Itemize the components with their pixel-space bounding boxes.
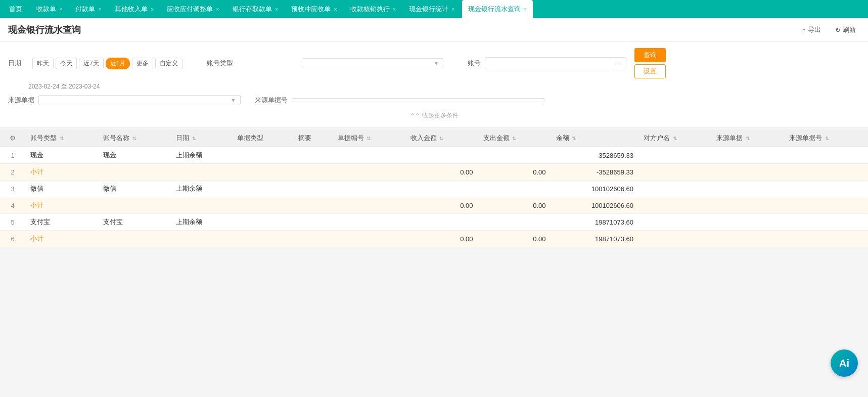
sort-balance-icon: ⇅	[572, 136, 576, 141]
col-summary[interactable]: 摘要	[293, 129, 332, 147]
close-tab-3[interactable]: ×	[216, 6, 219, 12]
table-cell	[232, 181, 293, 197]
export-button[interactable]: ↑ 导出	[799, 23, 826, 36]
table-cell: 微信	[25, 181, 98, 197]
close-tab-8[interactable]: ×	[524, 6, 527, 12]
nav-tab-6[interactable]: 收款核销执行 ×	[344, 0, 402, 18]
close-tab-1[interactable]: ×	[98, 6, 101, 12]
export-icon: ↑	[803, 26, 806, 34]
close-tab-0[interactable]: ×	[59, 6, 62, 12]
close-tab-2[interactable]: ×	[151, 6, 154, 12]
nav-tab-7[interactable]: 现金银行统计 ×	[403, 0, 461, 18]
date-btn-1month[interactable]: 近1月	[106, 58, 130, 69]
table-cell	[638, 147, 711, 164]
data-table: ⚙ 账号类型 ⇅ 账号名称 ⇅ 日期 ⇅ 单据类型 摘要	[0, 129, 868, 247]
close-tab-5[interactable]: ×	[334, 6, 337, 12]
close-tab-4[interactable]: ×	[275, 6, 278, 12]
account-type-label: 账号类型	[207, 59, 233, 67]
table-cell: 19871073.60	[551, 214, 638, 231]
date-btn-custom[interactable]: 自定义	[155, 58, 182, 69]
table-cell: 现金	[25, 147, 98, 164]
col-source-doc-num[interactable]: 来源单据号 ⇅	[784, 129, 868, 147]
col-balance[interactable]: 余额 ⇅	[551, 129, 638, 147]
nav-tab-4[interactable]: 银行存取款单 ×	[226, 0, 284, 18]
table-row: 3微信微信上期余额100102606.60	[0, 181, 868, 197]
col-settings[interactable]: ⚙	[0, 129, 25, 147]
table-cell: 支付宝	[98, 214, 171, 231]
date-btn-today[interactable]: 今天	[56, 58, 77, 69]
close-tab-7[interactable]: ×	[451, 6, 454, 12]
settings-gear-icon[interactable]: ⚙	[10, 134, 16, 142]
table-cell: 上期余额	[171, 147, 232, 164]
col-account-type[interactable]: 账号类型 ⇅	[25, 129, 98, 147]
table-cell	[405, 181, 478, 197]
sort-counterpart-icon: ⇅	[673, 136, 677, 141]
source-doc-num-label: 来源单据号	[255, 96, 288, 104]
nav-tab-3[interactable]: 应收应付调整单 ×	[161, 0, 225, 18]
table-cell	[98, 197, 171, 214]
table-cell: 0.00	[405, 164, 478, 181]
table-cell	[333, 214, 405, 231]
page-title: 现金银行流水查询	[8, 24, 81, 36]
filter-row-1: 日期 昨天 今天 近7天 近1月 更多 自定义 账号类型 ▼ 账号	[8, 48, 860, 78]
table-cell: 100102606.60	[551, 197, 638, 214]
account-ellipsis-icon[interactable]: ···	[612, 59, 622, 67]
sort-source-doc-num-icon: ⇅	[825, 136, 829, 141]
source-doc-label: 来源单据	[8, 96, 34, 105]
date-btn-more[interactable]: 更多	[132, 58, 153, 69]
source-doc-chevron-icon: ▼	[231, 97, 236, 103]
date-btn-7days[interactable]: 近7天	[79, 58, 104, 69]
source-doc-num-input[interactable]	[292, 98, 544, 102]
table-cell: 上期余额	[171, 214, 232, 231]
account-type-chevron-icon: ▼	[433, 60, 439, 66]
col-income[interactable]: 收入金额 ⇅	[405, 129, 478, 147]
settings-button[interactable]: 设置	[634, 64, 666, 78]
table-cell: 支付宝	[25, 214, 98, 231]
table-cell	[638, 197, 711, 214]
account-input[interactable]: ···	[485, 57, 626, 69]
table-cell	[711, 147, 784, 164]
date-buttons: 昨天 今天 近7天 近1月 更多 自定义	[32, 58, 182, 69]
refresh-button[interactable]: ↻ 刷新	[831, 23, 860, 36]
nav-tab-0[interactable]: 收款单 ×	[30, 0, 68, 18]
table-cell	[98, 231, 171, 247]
table-cell	[293, 214, 332, 231]
table-cell	[333, 147, 405, 164]
col-account-name[interactable]: 账号名称 ⇅	[98, 129, 171, 147]
table-cell	[293, 164, 332, 181]
table-cell	[638, 164, 711, 181]
table-area: ⚙ 账号类型 ⇅ 账号名称 ⇅ 日期 ⇅ 单据类型 摘要	[0, 129, 868, 247]
table-cell: -3528659.33	[551, 164, 638, 181]
nav-tab-5[interactable]: 预收冲应收单 ×	[285, 0, 343, 18]
table-cell	[333, 164, 405, 181]
nav-tab-1[interactable]: 付款单 ×	[69, 0, 107, 18]
table-cell	[98, 164, 171, 181]
table-cell: 现金	[98, 147, 171, 164]
col-doc-type[interactable]: 单据类型	[232, 129, 293, 147]
table-cell	[232, 164, 293, 181]
table-cell: 6	[0, 231, 25, 247]
query-button[interactable]: 查询	[634, 48, 666, 62]
col-doc-number[interactable]: 单据编号 ⇅	[333, 129, 405, 147]
date-btn-yesterday[interactable]: 昨天	[32, 58, 54, 69]
table-cell: 1	[0, 147, 25, 164]
table-cell	[171, 197, 232, 214]
table-cell	[784, 181, 868, 197]
refresh-icon: ↻	[835, 26, 841, 34]
nav-tab-2[interactable]: 其他收入单 ×	[109, 0, 160, 18]
table-row: 6小计0.000.0019871073.60	[0, 231, 868, 247]
col-counterpart[interactable]: 对方户名 ⇅	[638, 129, 711, 147]
nav-tab-8[interactable]: 现金银行流水查询 ×	[462, 0, 533, 18]
table-cell: 0.00	[478, 164, 551, 181]
table-cell	[784, 231, 868, 247]
col-expense[interactable]: 支出金额 ⇅	[478, 129, 551, 147]
table-cell: 0.00	[478, 231, 551, 247]
table-row: 4小计0.000.00100102606.60	[0, 197, 868, 214]
close-tab-6[interactable]: ×	[393, 6, 396, 12]
source-doc-select[interactable]: ▼	[38, 95, 241, 105]
account-type-select[interactable]: ▼	[302, 58, 443, 68]
nav-home[interactable]: 首页	[2, 0, 29, 18]
col-source-doc[interactable]: 来源单据 ⇅	[711, 129, 784, 147]
collapse-bar[interactable]: ⌃⌃ 收起更多条件	[8, 109, 860, 121]
col-date[interactable]: 日期 ⇅	[171, 129, 232, 147]
